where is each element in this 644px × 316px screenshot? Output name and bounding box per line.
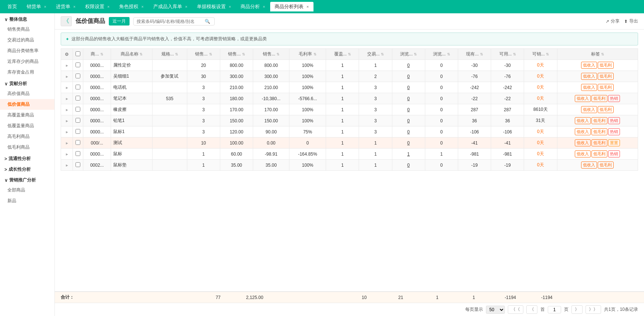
row-checkbox[interactable] [76, 162, 80, 167]
sort-available-icon[interactable]: ⇅ [513, 52, 516, 56]
row-views1[interactable]: 0 [392, 82, 425, 93]
sidebar-item-low-value[interactable]: 低价值商品 [0, 99, 54, 110]
next-page-button[interactable]: 〉 [571, 305, 583, 314]
prev-page-button[interactable]: 〈 [526, 305, 537, 314]
sidebar-item-stock-capital[interactable]: 库存资金占用 [0, 67, 54, 78]
sort-cost-icon[interactable]: ⇅ [276, 52, 279, 56]
nav-purchase-order[interactable]: 进货单 × [51, 2, 80, 11]
views1-link[interactable]: 0 [407, 163, 410, 168]
row-checkbox-cell[interactable] [73, 149, 83, 160]
row-settings[interactable]: ▸ [61, 60, 73, 71]
page-input[interactable] [548, 306, 561, 313]
views1-link[interactable]: 0 [407, 96, 410, 101]
sidebar-item-low-stock[interactable]: 近库存少的商品 [0, 56, 54, 67]
close-product-entry[interactable]: × [185, 4, 187, 9]
first-page-button[interactable]: 〈〈 [508, 305, 523, 314]
row-checkbox[interactable] [76, 151, 80, 156]
row-checkbox[interactable] [76, 85, 80, 89]
sort-views1-icon[interactable]: ⇅ [414, 52, 417, 56]
sort-margin-icon[interactable]: ⇅ [313, 52, 316, 56]
sidebar-item-low-coverage[interactable]: 低覆盖量商品 [0, 120, 54, 131]
last-page-button[interactable]: 〉〉 [586, 305, 601, 314]
views1-link[interactable]: 0 [407, 140, 410, 146]
per-page-select[interactable]: 50 100 200 [486, 306, 505, 314]
row-views1[interactable]: 0 [392, 93, 425, 104]
sidebar-item-high-value[interactable]: 高价值商品 [0, 88, 54, 99]
row-checkbox-cell[interactable] [73, 71, 83, 82]
nav-role-auth[interactable]: 角色授权 × [115, 2, 148, 11]
sort-coverage-icon[interactable]: ⇅ [348, 52, 351, 56]
settings-header[interactable]: ⚙ [61, 49, 73, 60]
row-views1[interactable]: 0 [392, 60, 425, 71]
sidebar-section-contribution[interactable]: ∨ 贡献分析 [0, 78, 54, 88]
sort-saleable-icon[interactable]: ⇅ [546, 52, 549, 56]
sidebar-collapse-button[interactable]: 《 [61, 16, 72, 26]
row-checkbox[interactable] [76, 129, 80, 134]
sidebar-item-category-sales-rate[interactable]: 商品分类销售率 [0, 45, 54, 56]
sidebar-item-all-products[interactable]: 全部商品 [0, 185, 54, 196]
row-views1[interactable]: 0 [392, 126, 425, 137]
views1-link[interactable]: 0 [407, 74, 410, 79]
sort-name-icon[interactable]: ⇅ [140, 52, 142, 56]
row-checkbox-cell[interactable] [73, 104, 83, 115]
row-checkbox-cell[interactable] [73, 60, 83, 71]
sort-views2-icon[interactable]: ⇅ [447, 52, 450, 56]
period-button[interactable]: 近一月 [109, 17, 130, 26]
nav-product-analysis-list[interactable]: 商品分析列表 × [270, 2, 313, 11]
sidebar-section-liquidity[interactable]: > 流通性分析 [0, 153, 54, 163]
row-settings[interactable]: ▸ [61, 137, 73, 149]
close-product-analysis[interactable]: × [263, 4, 265, 9]
row-views1[interactable]: 0 [392, 71, 425, 82]
row-checkbox[interactable] [76, 107, 80, 112]
nav-product-entry[interactable]: 产成品入库单 × [149, 2, 192, 11]
row-views1[interactable]: 0 [392, 137, 425, 149]
close-product-analysis-list[interactable]: × [306, 4, 309, 9]
row-checkbox-cell[interactable] [73, 160, 83, 171]
row-checkbox-cell[interactable] [73, 93, 83, 104]
sidebar-section-overview[interactable]: ∨ 整体信息 [0, 13, 54, 24]
checkbox-header[interactable] [73, 49, 83, 60]
close-template[interactable]: × [229, 4, 231, 9]
sort-trade-icon[interactable]: ⇅ [381, 52, 384, 56]
nav-sales-order[interactable]: 销货单 × [22, 2, 51, 11]
close-sales-order[interactable]: × [44, 4, 46, 9]
views1-link[interactable]: 0 [407, 118, 410, 123]
row-views1[interactable]: 0 [392, 115, 425, 126]
views1-link[interactable]: 0 [407, 63, 410, 68]
views1-link[interactable]: 0 [407, 129, 410, 135]
export-button[interactable]: ⬆ 导出 [624, 18, 638, 24]
views1-link[interactable]: 0 [407, 107, 410, 112]
views1-link[interactable]: 0 [407, 85, 410, 90]
row-settings[interactable]: ▸ [61, 126, 73, 137]
share-button[interactable]: ↗ 分享 [606, 18, 620, 24]
row-checkbox[interactable] [76, 96, 80, 101]
row-checkbox-cell[interactable] [73, 137, 83, 149]
row-settings[interactable]: ▸ [61, 115, 73, 126]
sidebar-item-new-products[interactable]: 新品 [0, 196, 54, 206]
search-icon[interactable]: 🔍 [205, 19, 210, 24]
row-checkbox-cell[interactable] [73, 115, 83, 126]
sort-qty-icon[interactable]: ⇅ [209, 52, 212, 56]
select-all-checkbox[interactable] [76, 51, 80, 56]
sidebar-item-high-margin[interactable]: 高毛利商品 [0, 131, 54, 142]
row-checkbox-cell[interactable] [73, 126, 83, 137]
row-settings[interactable]: ▸ [61, 71, 73, 82]
nav-home[interactable]: 首页 [3, 2, 21, 11]
nav-template-settings[interactable]: 单据模板设置 × [192, 2, 235, 11]
sidebar-item-low-margin[interactable]: 低毛利商品 [0, 142, 54, 153]
close-permission[interactable]: × [107, 4, 110, 9]
row-settings[interactable]: ▸ [61, 93, 73, 104]
sort-spec-icon[interactable]: ⇅ [175, 52, 178, 56]
sidebar-item-traded-products[interactable]: 交易过的商品 [0, 35, 54, 45]
sort-tags-icon[interactable]: ⇅ [601, 52, 604, 56]
sort-amt-icon[interactable]: ⇅ [242, 52, 245, 56]
row-views1[interactable]: 1 [392, 149, 425, 160]
sidebar-section-marketing[interactable]: ∨ 营销推广分析 [0, 174, 54, 185]
sidebar-item-sales-products[interactable]: 销售类商品 [0, 24, 54, 35]
row-checkbox[interactable] [76, 140, 80, 145]
row-settings[interactable]: ▸ [61, 149, 73, 160]
sort-current-icon[interactable]: ⇅ [480, 52, 483, 56]
nav-permission-settings[interactable]: 权限设置 × [81, 2, 114, 11]
sidebar-item-high-coverage[interactable]: 高覆盖量商品 [0, 110, 54, 120]
row-checkbox[interactable] [76, 118, 80, 123]
